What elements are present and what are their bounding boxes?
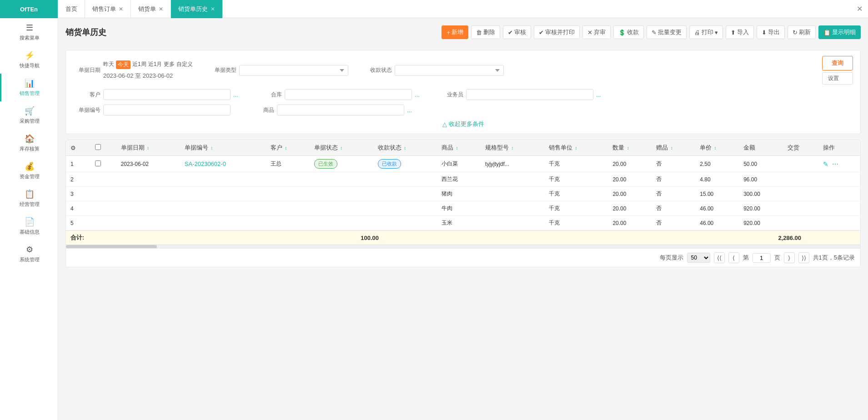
custom-btn[interactable]: 自定义 bbox=[176, 60, 193, 69]
cell-checkbox[interactable] bbox=[90, 201, 116, 216]
warehouse-dots[interactable]: ... bbox=[415, 91, 420, 98]
batch-change-button[interactable]: ✎ 批量变更 bbox=[647, 25, 687, 39]
query-button[interactable]: 查询 bbox=[822, 56, 853, 70]
page-last-button[interactable]: ⟩⟩ bbox=[798, 252, 809, 263]
tab-sales-delivery[interactable]: 销货单 ✕ bbox=[131, 0, 171, 18]
salesperson-dots[interactable]: ... bbox=[596, 91, 601, 98]
tab-sales-delivery-close[interactable]: ✕ bbox=[159, 6, 163, 12]
page-size-select[interactable]: 50 10 20 100 bbox=[687, 253, 710, 263]
window-close-button[interactable]: ✕ bbox=[851, 5, 868, 13]
customer-input[interactable] bbox=[103, 89, 231, 100]
sales-icon: 📊 bbox=[25, 78, 35, 88]
product-dots[interactable]: ... bbox=[407, 107, 412, 114]
edit-action[interactable]: ✎ bbox=[823, 160, 828, 168]
page-first-button[interactable]: ⟨⟨ bbox=[714, 252, 725, 263]
page-title: 销货单历史 bbox=[65, 27, 106, 38]
settings-button[interactable]: 设置 bbox=[822, 72, 853, 85]
delete-button[interactable]: 🗑 删除 bbox=[471, 25, 500, 39]
print-icon: 🖨 bbox=[694, 29, 700, 36]
today-btn[interactable]: 今天 bbox=[116, 60, 130, 69]
product-input[interactable] bbox=[277, 105, 404, 115]
cell-checkbox[interactable] bbox=[90, 187, 116, 201]
customer-dots[interactable]: ... bbox=[233, 91, 238, 98]
warehouse-input[interactable] bbox=[285, 89, 412, 100]
sidebar-item-quick-nav[interactable]: ⚡ 快捷导航 bbox=[0, 46, 58, 74]
cell-collect-status bbox=[373, 216, 437, 230]
col-checkbox[interactable] bbox=[90, 140, 116, 156]
col-doc-status[interactable]: 单据状态 ↕ bbox=[310, 140, 373, 156]
col-spec[interactable]: 规格型号 ↕ bbox=[481, 140, 544, 156]
row-checkbox[interactable] bbox=[95, 160, 101, 166]
cell-gift: 否 bbox=[652, 172, 695, 187]
print-dropdown-icon: ▾ bbox=[715, 29, 718, 36]
collect-status-select[interactable] bbox=[395, 65, 504, 76]
sidebar-item-label: 系统管理 bbox=[20, 256, 40, 263]
cell-customer bbox=[266, 216, 310, 230]
doc-number-input[interactable] bbox=[103, 105, 231, 115]
col-gift[interactable]: 赠品 ↕ bbox=[652, 140, 695, 156]
cell-checkbox[interactable] bbox=[90, 172, 116, 187]
import-button[interactable]: ⬆ 导入 bbox=[726, 25, 754, 39]
last7days-btn[interactable]: 近1周 bbox=[132, 60, 146, 69]
cell-collect-status bbox=[373, 172, 437, 187]
abandon-button[interactable]: ✕ 弃审 bbox=[582, 25, 611, 39]
col-product[interactable]: 商品 ↕ bbox=[437, 140, 481, 156]
audit-print-button[interactable]: ✔ 审核并打印 bbox=[534, 25, 580, 39]
cell-amount: 300.00 bbox=[739, 187, 783, 201]
page-next-button[interactable]: ⟩ bbox=[784, 252, 795, 263]
cell-checkbox[interactable] bbox=[90, 156, 116, 172]
tab-bar: 首页 销售订单 ✕ 销货单 ✕ 销货单历史 ✕ ✕ bbox=[58, 0, 868, 18]
sidebar-item-finance-mgmt[interactable]: 💰 资金管理 bbox=[0, 157, 58, 185]
sidebar-item-search-menu[interactable]: ☰ 搜索菜单 bbox=[0, 18, 58, 46]
doc-type-select[interactable] bbox=[239, 65, 348, 76]
tab-sales-order[interactable]: 销售订单 ✕ bbox=[85, 0, 131, 18]
basic-info-icon: 📄 bbox=[25, 217, 35, 227]
col-unit-price[interactable]: 单价 ↕ bbox=[695, 140, 739, 156]
col-collect-status[interactable]: 收款状态 ↕ bbox=[373, 140, 437, 156]
col-quantity[interactable]: 数量 ↕ bbox=[608, 140, 652, 156]
tab-home[interactable]: 首页 bbox=[58, 0, 85, 18]
collect-button[interactable]: 💲 收款 bbox=[613, 25, 644, 39]
salesperson-input[interactable] bbox=[466, 89, 593, 100]
print-button[interactable]: 🖨 打印 ▾ bbox=[689, 25, 723, 39]
sidebar-item-basic-info[interactable]: 📄 基础信息 bbox=[0, 212, 58, 240]
col-doc-date[interactable]: 单据日期 ↕ bbox=[116, 140, 180, 156]
select-all-checkbox[interactable] bbox=[95, 144, 101, 150]
cell-checkbox[interactable] bbox=[90, 216, 116, 230]
show-detail-button[interactable]: 📋 显示明细 bbox=[818, 25, 861, 39]
audit-button[interactable]: ✔ 审核 bbox=[503, 25, 531, 39]
sidebar-item-operations[interactable]: 📋 经营管理 bbox=[0, 185, 58, 212]
tab-sales-history[interactable]: 销货单历史 ✕ bbox=[171, 0, 223, 18]
collapse-button[interactable]: △ 收起更多条件 bbox=[73, 120, 853, 128]
more-btn[interactable]: 更多 bbox=[164, 60, 175, 69]
cell-doc-status bbox=[310, 172, 373, 187]
last1month-btn[interactable]: 近1月 bbox=[148, 60, 162, 69]
sidebar-item-purchase-mgmt[interactable]: 🛒 采购管理 bbox=[0, 101, 58, 129]
doc-number-link[interactable]: SA-20230602-0 bbox=[185, 160, 226, 167]
page-prev-button[interactable]: ⟨ bbox=[728, 252, 739, 263]
col-settings[interactable]: ⚙ bbox=[66, 140, 90, 156]
tab-sales-history-close[interactable]: ✕ bbox=[211, 6, 215, 12]
export-button[interactable]: ⬇ 导出 bbox=[757, 25, 785, 39]
tab-sales-order-close[interactable]: ✕ bbox=[119, 6, 123, 12]
col-sales-unit[interactable]: 销售单位 ↕ bbox=[544, 140, 608, 156]
sidebar-item-system-mgmt[interactable]: ⚙ 系统管理 bbox=[0, 240, 58, 268]
yesterday-btn[interactable]: 昨天 bbox=[103, 60, 114, 69]
sort-spec-icon: ↕ bbox=[511, 145, 513, 150]
more-action[interactable]: ⋯ bbox=[832, 160, 838, 168]
settings-icon[interactable]: ⚙ bbox=[70, 145, 76, 151]
show-detail-icon: 📋 bbox=[823, 29, 831, 36]
refresh-button[interactable]: ↻ 刷新 bbox=[788, 25, 816, 39]
page-number-input[interactable] bbox=[753, 253, 771, 263]
cell-quantity: 20.00 bbox=[608, 187, 652, 201]
sidebar-item-inventory[interactable]: 🏠 库存核算 bbox=[0, 129, 58, 157]
horizontal-scrollbar[interactable] bbox=[66, 245, 860, 248]
cell-doc-date bbox=[116, 216, 180, 230]
batch-change-label: 批量变更 bbox=[658, 28, 682, 36]
cell-row-num: 1 bbox=[66, 156, 90, 172]
new-button[interactable]: + 新增 bbox=[442, 25, 468, 39]
sidebar-item-sales-mgmt[interactable]: 📊 销售管理 bbox=[0, 74, 58, 101]
col-doc-number[interactable]: 单据编号 ↕ bbox=[180, 140, 266, 156]
col-customer[interactable]: 客户 ↕ bbox=[266, 140, 310, 156]
sort-doc-number-icon: ↕ bbox=[211, 145, 213, 150]
